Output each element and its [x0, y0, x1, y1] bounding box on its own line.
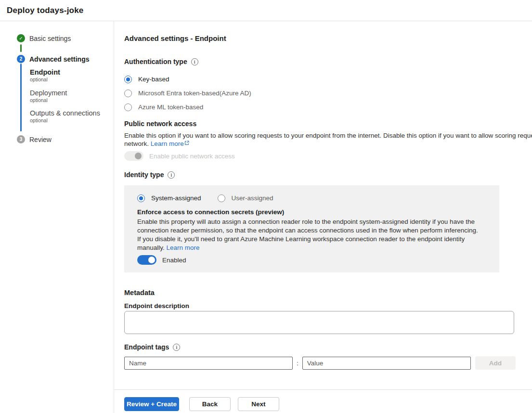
radio-key-based[interactable]: Key-based [124, 75, 532, 83]
info-icon[interactable]: i [168, 171, 175, 179]
public-network-desc-line2: network. Learn more [124, 140, 532, 148]
public-network-access-label: Public network access [124, 120, 532, 128]
toggle-knob [148, 257, 155, 263]
substep-label-deployment: Deployment [30, 89, 67, 97]
enforce-secrets-description: Enable this property will auto assign a … [137, 218, 480, 252]
review-create-button[interactable]: Review + Create [124, 397, 179, 411]
next-button[interactable]: Next [238, 397, 279, 411]
learn-more-link[interactable]: Learn more [151, 140, 184, 147]
endpoint-description-label: Endpoint description [124, 302, 532, 310]
sidebar-substep-deployment[interactable]: Deployment optional [30, 89, 67, 103]
radio-azureml-token-based[interactable]: Azure ML token-based [124, 103, 532, 111]
sidebar-step-review[interactable]: 3 Review [17, 135, 52, 143]
radio-entra-token-based[interactable]: Microsoft Entra token-based(Azure AD) [124, 89, 532, 97]
metadata-heading: Metadata [124, 289, 532, 297]
tag-name-input[interactable] [124, 357, 293, 370]
back-button[interactable]: Back [189, 397, 231, 411]
advanced-settings-panel: Advanced settings - Endpoint Authenticat… [114, 21, 532, 413]
step-number-2-icon: 2 [17, 55, 25, 63]
enforce-secrets-toggle-row: Enabled [137, 255, 486, 265]
step-connector-complete [20, 44, 22, 52]
radio-label-user-assigned: User-assigned [232, 194, 273, 202]
public-network-toggle-row: Enable public network access [124, 151, 532, 161]
add-tag-button[interactable]: Add [475, 356, 516, 370]
identity-radio-group: System-assigned User-assigned [137, 194, 486, 202]
step-label-advanced-settings: Advanced settings [29, 55, 89, 63]
tag-separator: : [297, 360, 298, 367]
authentication-type-label: Authentication type i [124, 58, 532, 65]
enforce-secrets-title: Enforce access to connection secrets (pr… [137, 208, 486, 216]
step-label-basic-settings: Basic settings [29, 35, 71, 42]
radio-user-assigned[interactable]: User-assigned [218, 194, 273, 202]
step-number-3-icon: 3 [17, 135, 25, 143]
radio-unselected-icon [124, 103, 132, 111]
substep-note-optional: optional [30, 77, 60, 83]
learn-more-link[interactable]: Learn more [167, 244, 200, 251]
public-network-access-description: Enable this option if you want to allow … [124, 131, 532, 148]
enforce-secrets-toggle[interactable] [137, 255, 156, 265]
external-link-icon [184, 139, 189, 147]
authentication-type-text: Authentication type [124, 58, 187, 65]
radio-unselected-icon [218, 194, 225, 202]
check-icon: ✓ [17, 34, 25, 42]
sidebar-substep-endpoint[interactable]: Endpoint optional [30, 68, 60, 83]
info-icon[interactable]: i [191, 58, 198, 65]
enable-public-network-toggle[interactable] [124, 151, 143, 161]
radio-label-key-based: Key-based [138, 76, 169, 83]
radio-label-azureml-token: Azure ML token-based [138, 103, 203, 111]
step-label-review: Review [29, 136, 52, 143]
step-connector-current [20, 64, 22, 131]
substep-label-endpoint: Endpoint [30, 68, 60, 77]
toggle-knob [135, 153, 142, 159]
sidebar-step-basic-settings[interactable]: ✓ Basic settings [17, 34, 71, 42]
radio-label-system-assigned: System-assigned [151, 194, 201, 202]
endpoint-tags-label: Endpoint tags i [124, 343, 532, 351]
page-title: Deploy todays-joke [7, 6, 532, 15]
endpoint-description-input[interactable] [124, 311, 514, 334]
enable-public-network-toggle-label: Enable public network access [149, 153, 235, 160]
substep-note-optional: optional [30, 117, 100, 124]
substep-label-outputs-connections: Outputs & connections [30, 109, 100, 117]
identity-settings-panel: System-assigned User-assigned Enforce ac… [124, 185, 499, 272]
public-network-desc-line2-text: network. [124, 140, 149, 147]
public-network-access-text: Public network access [124, 120, 196, 128]
public-network-desc-line1: Enable this option if you want to allow … [124, 131, 532, 140]
sidebar-step-advanced-settings[interactable]: 2 Advanced settings [17, 55, 89, 63]
tag-value-input[interactable] [302, 357, 471, 370]
wizard-footer: Review + Create Back Next [114, 389, 532, 411]
radio-system-assigned[interactable]: System-assigned [137, 194, 201, 202]
substep-note-optional: optional [30, 97, 67, 103]
identity-type-label: Identity type i [124, 171, 532, 179]
endpoint-tags-text: Endpoint tags [124, 343, 169, 351]
radio-unselected-icon [124, 90, 132, 97]
wizard-steps-sidebar: ✓ Basic settings 2 Advanced settings End… [0, 21, 114, 413]
enforce-secrets-toggle-label: Enabled [162, 257, 186, 264]
radio-selected-icon [124, 76, 132, 83]
authentication-type-radio-group: Key-based Microsoft Entra token-based(Az… [124, 75, 532, 111]
radio-selected-icon [137, 194, 145, 202]
panel-heading: Advanced settings - Endpoint [124, 34, 532, 42]
info-icon[interactable]: i [173, 344, 180, 351]
page-header: Deploy todays-joke [0, 0, 532, 21]
radio-label-entra-token: Microsoft Entra token-based(Azure AD) [138, 90, 251, 97]
sidebar-substep-outputs-connections[interactable]: Outputs & connections optional [30, 109, 100, 124]
identity-type-text: Identity type [124, 171, 164, 179]
endpoint-tags-row: : Add [124, 356, 532, 370]
